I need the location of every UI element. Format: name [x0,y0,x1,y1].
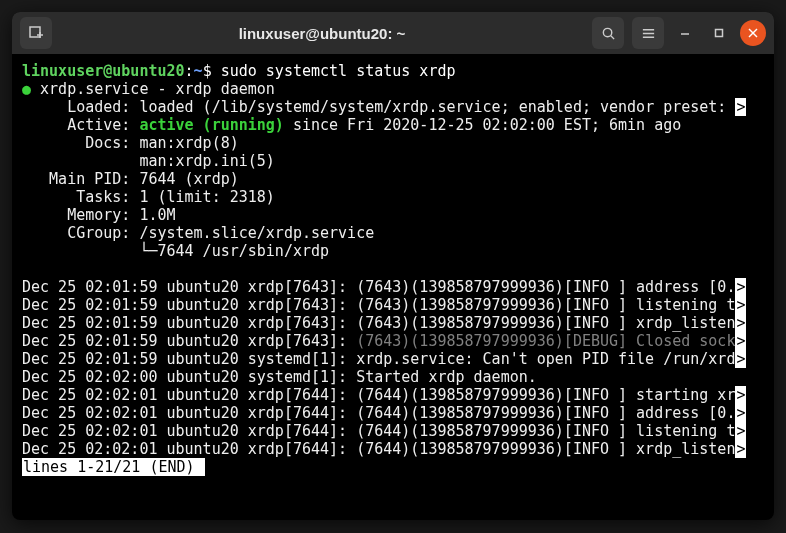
minimize-button[interactable] [672,20,698,46]
prompt-user-host: linuxuser@ubuntu20 [22,62,185,80]
loaded-value: loaded (/lib/systemd/system/xrdp.service… [130,98,735,116]
log-line: Dec 25 02:02:00 ubuntu20 systemd[1]: Sta… [22,368,537,386]
docs-value-1: man:xrdp(8) [130,134,238,152]
cgroup-child: └─7644 /usr/sbin/xrdp [22,242,329,260]
log-line: Dec 25 02:02:01 ubuntu20 xrdp[7644]: (76… [22,404,735,422]
svg-point-3 [603,28,611,36]
minimize-icon [680,28,690,38]
maximize-icon [714,28,724,38]
search-button[interactable] [592,17,624,49]
prompt-colon: : [185,62,194,80]
window-title: linuxuser@ubuntu20: ~ [56,25,588,42]
loaded-label: Loaded: [22,98,130,116]
truncate-indicator: > [735,440,746,458]
active-label: Active: [22,116,130,134]
log-line: Dec 25 02:01:59 ubuntu20 xrdp[7643]: (76… [22,296,735,314]
prompt-dollar: $ [203,62,212,80]
menu-button[interactable] [632,17,664,49]
hamburger-icon [641,26,656,41]
tasks-value: 1 (limit: 2318) [130,188,275,206]
truncate-indicator: > [735,278,746,296]
truncate-indicator: > [735,386,746,404]
new-tab-icon [28,25,44,41]
active-state: active (running) [130,116,284,134]
service-header: xrdp.service - xrdp daemon [40,80,275,98]
tasks-label: Tasks: [22,188,130,206]
command-text: sudo systemctl status xrdp [221,62,456,80]
active-since: since Fri 2020-12-25 02:02:00 EST; 6min … [284,116,681,134]
log-line: Dec 25 02:02:01 ubuntu20 xrdp[7644]: (76… [22,386,735,404]
log-line: Dec 25 02:01:59 ubuntu20 xrdp[7643]: (76… [22,278,735,296]
log-line: Dec 25 02:01:59 ubuntu20 xrdp[7643]: [22,332,356,350]
pager-status: lines 1-21/21 (END) [22,458,205,476]
close-icon [748,28,758,38]
terminal-window: linuxuser@ubuntu20: ~ linuxuser@ubuntu20… [12,12,774,520]
cgroup-label: CGroup: [22,224,130,242]
maximize-button[interactable] [706,20,732,46]
log-line: Dec 25 02:02:01 ubuntu20 xrdp[7644]: (76… [22,440,735,458]
memory-label: Memory: [22,206,130,224]
truncate-indicator: > [735,404,746,422]
mainpid-label: Main PID: [22,170,130,188]
truncate-indicator: > [735,422,746,440]
mainpid-value: 7644 (xrdp) [130,170,238,188]
cgroup-value: /system.slice/xrdp.service [130,224,374,242]
log-line: Dec 25 02:01:59 ubuntu20 xrdp[7643]: (76… [22,314,735,332]
titlebar: linuxuser@ubuntu20: ~ [12,12,774,54]
truncate-indicator: > [735,296,746,314]
log-debug: (7643)(139858797999936)[DEBUG] Closed so… [356,332,735,350]
status-dot-icon: ● [22,80,31,98]
close-button[interactable] [740,20,766,46]
truncate-indicator: > [735,350,746,368]
prompt-path: ~ [194,62,203,80]
log-line: Dec 25 02:02:01 ubuntu20 xrdp[7644]: (76… [22,422,735,440]
truncate-indicator: > [735,314,746,332]
docs-value-2: man:xrdp.ini(5) [22,152,275,170]
truncate-indicator: > [735,332,746,350]
svg-line-4 [610,35,613,38]
new-tab-button[interactable] [20,17,52,49]
search-icon [601,26,616,41]
svg-rect-9 [716,30,723,37]
docs-label: Docs: [22,134,130,152]
log-line: Dec 25 02:01:59 ubuntu20 systemd[1]: xrd… [22,350,735,368]
memory-value: 1.0M [130,206,175,224]
terminal-content[interactable]: linuxuser@ubuntu20:~$ sudo systemctl sta… [12,54,774,484]
truncate-indicator: > [735,98,746,116]
